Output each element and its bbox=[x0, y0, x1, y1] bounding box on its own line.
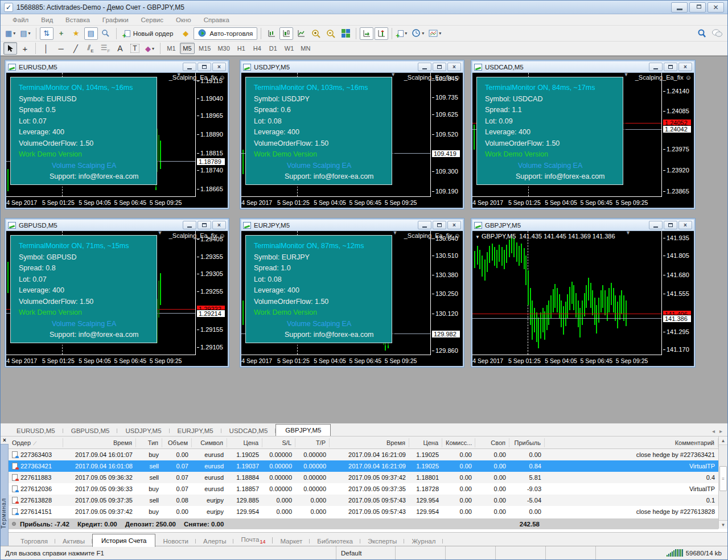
terminal-tab-assets[interactable]: Активы bbox=[55, 536, 92, 547]
table-row[interactable]: 2276141512017.09.05 09:37:42buy0.00eurjp… bbox=[9, 506, 718, 517]
timeframe-h1-button[interactable]: H1 bbox=[234, 43, 249, 54]
tile-windows-button[interactable] bbox=[339, 27, 352, 40]
time-axis[interactable]: 4 Sep 20175 Sep 01:255 Sep 04:055 Sep 06… bbox=[241, 356, 463, 366]
column-header-comment[interactable]: Комментарий bbox=[545, 438, 718, 447]
chart-title-bar[interactable]: EURJPY,M5 × bbox=[241, 220, 463, 231]
column-header-tp[interactable]: T/P bbox=[295, 438, 330, 447]
chart-body[interactable]: TerminalMonitor ON, 103ms, ~16ms Symbol:… bbox=[241, 73, 463, 208]
terminal-tab-market[interactable]: Маркет bbox=[273, 536, 310, 547]
horizontal-line-button[interactable]: ─ bbox=[54, 42, 68, 55]
chart-restore-button[interactable] bbox=[198, 63, 211, 71]
chart-title-bar[interactable]: GBPJPY,M5 × bbox=[472, 220, 694, 231]
trendline-button[interactable]: ╱ bbox=[69, 42, 83, 55]
terminal-tab-account-history[interactable]: История Счета bbox=[92, 534, 156, 547]
menu-view[interactable]: Вид bbox=[35, 15, 59, 24]
table-row[interactable]: 2276120362017.09.05 09:36:33buy0.07eurus… bbox=[9, 483, 718, 495]
terminal-tab-library[interactable]: Библиотека bbox=[310, 536, 360, 547]
timeframe-w1-button[interactable]: W1 bbox=[282, 43, 297, 54]
chart-close-button[interactable]: × bbox=[212, 63, 226, 71]
column-header-time2[interactable]: Время bbox=[330, 438, 409, 447]
tab-scroll-left-icon[interactable]: ◂ bbox=[710, 428, 717, 434]
chart-minimize-button[interactable] bbox=[418, 221, 431, 229]
column-header-order[interactable]: Ордер⟋ bbox=[9, 438, 63, 447]
minimize-button[interactable] bbox=[671, 2, 688, 13]
column-header-commission[interactable]: Комисс... bbox=[442, 438, 475, 447]
timeframe-m5-button[interactable]: M5 bbox=[180, 43, 195, 54]
timeframe-h4-button[interactable]: H4 bbox=[250, 43, 265, 54]
scroll-down-icon[interactable]: ▼ bbox=[719, 520, 727, 529]
bar-chart-button[interactable] bbox=[265, 27, 278, 40]
time-axis[interactable]: 4 Sep 20175 Sep 01:255 Sep 04:055 Sep 06… bbox=[472, 356, 694, 366]
chart-tab-eurjpy[interactable]: EURJPY,M5 bbox=[170, 426, 221, 436]
chart-plot-area[interactable]: TerminalMonitor ON, 84ms, ~17ms Symbol: … bbox=[472, 73, 662, 197]
table-row[interactable]: 2276118832017.09.05 09:36:32sell0.07euru… bbox=[9, 472, 718, 483]
chart-shift-button[interactable] bbox=[375, 27, 388, 40]
tab-scroll-right-icon[interactable]: ▸ bbox=[718, 428, 724, 434]
chart-body[interactable]: TerminalMonitor ON, 84ms, ~17ms Symbol: … bbox=[472, 73, 694, 208]
menu-file[interactable]: Файл bbox=[6, 15, 35, 24]
column-header-swap[interactable]: Своп bbox=[475, 438, 509, 447]
title-bar[interactable]: ✓ 1568885: Activtrades-Demo - Демо Счет … bbox=[1, 1, 727, 14]
menu-window[interactable]: Окно bbox=[170, 15, 198, 24]
column-header-price[interactable]: Цена bbox=[227, 438, 262, 447]
chart-body[interactable]: TerminalMonitor ON, 87ms, ~12ms Symbol: … bbox=[241, 231, 463, 366]
terminal-tab-journal[interactable]: Журнал bbox=[404, 536, 443, 547]
menu-charts[interactable]: Графики bbox=[96, 15, 135, 24]
close-button[interactable]: ✕ bbox=[708, 2, 724, 13]
chart-tab-usdcad[interactable]: USDCAD,M5 bbox=[221, 426, 276, 436]
menu-service[interactable]: Сервис bbox=[135, 15, 170, 24]
table-row[interactable]: 2276138282017.09.05 09:37:35sell0.08eurj… bbox=[9, 495, 718, 506]
cursor-button[interactable] bbox=[3, 42, 17, 55]
chart-restore-button[interactable] bbox=[198, 221, 211, 229]
chart-title-bar[interactable]: USDJPY,M5 × bbox=[241, 61, 463, 73]
terminal-tab-trade[interactable]: Торговля bbox=[13, 536, 55, 547]
chart-tab-gbpusd[interactable]: GBPUSD,M5 bbox=[63, 426, 118, 436]
terminal-button[interactable]: ▤ bbox=[84, 27, 98, 40]
time-axis[interactable]: 4 Sep 20175 Sep 01:255 Sep 04:055 Sep 06… bbox=[6, 197, 228, 208]
chart-plot-area[interactable]: TerminalMonitor ON, 104ms, ~16ms Symbol:… bbox=[6, 73, 196, 197]
scrollbar-thumb[interactable]: ≡ bbox=[719, 466, 727, 491]
menu-insert[interactable]: Вставка bbox=[59, 15, 96, 24]
autotrading-button[interactable]: Авто-торговля bbox=[194, 27, 257, 40]
chart-body[interactable]: TerminalMonitor ON, 71ms, ~15ms Symbol: … bbox=[6, 231, 228, 366]
timeframe-mn-button[interactable]: MN bbox=[298, 43, 313, 54]
fibonacci-button[interactable]: ☰F bbox=[98, 42, 112, 55]
menu-help[interactable]: Справка bbox=[198, 15, 236, 24]
chart-restore-button[interactable] bbox=[433, 63, 446, 71]
column-header-volume[interactable]: Объем bbox=[162, 438, 192, 447]
vertical-line-button[interactable]: │ bbox=[39, 42, 53, 55]
equidistant-channel-button[interactable]: ⫽E bbox=[84, 42, 97, 55]
timeframe-m15-button[interactable]: M15 bbox=[196, 43, 213, 54]
chart-minimize-button[interactable] bbox=[649, 63, 663, 71]
chat-button[interactable] bbox=[710, 27, 725, 40]
chart-close-button[interactable]: × bbox=[212, 221, 226, 229]
chart-plot-area[interactable]: ▼GBPJPY,M5 141.435 141.445 141.369 141.3… bbox=[472, 231, 662, 355]
strategy-tester-button[interactable] bbox=[99, 27, 113, 40]
chart-minimize-button[interactable] bbox=[649, 221, 663, 229]
zoom-out-button[interactable] bbox=[324, 27, 338, 40]
search-button[interactable] bbox=[695, 27, 709, 40]
chart-body[interactable]: TerminalMonitor ON, 104ms, ~16ms Symbol:… bbox=[6, 73, 228, 208]
column-header-time[interactable]: Время bbox=[63, 438, 136, 447]
new-order-button[interactable]: + Новый ордер bbox=[120, 27, 178, 40]
one-click-arrow-icon[interactable]: ▼ bbox=[475, 234, 480, 240]
chart-plot-area[interactable]: TerminalMonitor ON, 71ms, ~15ms Symbol: … bbox=[6, 231, 196, 355]
column-header-sl[interactable]: S/L bbox=[262, 438, 295, 447]
chart-title-bar[interactable]: EURUSD,M5 × bbox=[6, 61, 228, 73]
price-scale[interactable]: 1.294051.293551.293051.292551.291551.291… bbox=[196, 231, 228, 355]
column-header-type[interactable]: Тип bbox=[136, 438, 162, 447]
auto-scroll-button[interactable] bbox=[360, 27, 373, 40]
chart-close-button[interactable]: × bbox=[447, 63, 461, 71]
chart-minimize-button[interactable] bbox=[183, 63, 196, 71]
chart-tab-usdjpy[interactable]: USDJPY,M5 bbox=[117, 426, 169, 436]
chart-minimize-button[interactable] bbox=[183, 221, 196, 229]
terminal-tab-alerts[interactable]: Алерты bbox=[196, 536, 233, 547]
price-scale[interactable]: 1.191151.190401.189651.188901.188151.187… bbox=[196, 73, 228, 197]
timeframe-m30-button[interactable]: M30 bbox=[215, 43, 232, 54]
text-label-button[interactable]: T bbox=[128, 42, 142, 55]
column-header-price2[interactable]: Цена bbox=[409, 438, 442, 447]
timeframe-d1-button[interactable]: D1 bbox=[266, 43, 281, 54]
crosshair-button[interactable]: + bbox=[18, 42, 32, 55]
chart-title-bar[interactable]: USDCAD,M5 × bbox=[472, 61, 694, 73]
arrows-button[interactable]: ◆▾ bbox=[143, 42, 157, 55]
